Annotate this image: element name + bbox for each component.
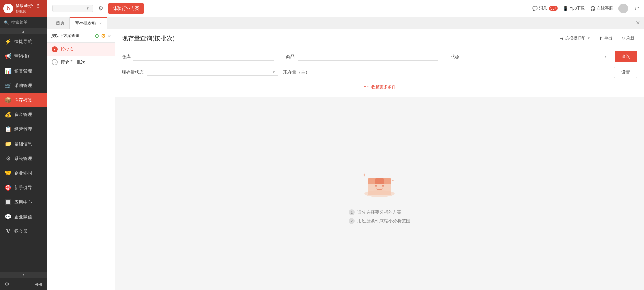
sidebar-item-operation[interactable]: 📋 经营管理 <box>0 122 47 137</box>
username-label[interactable]: Rit <box>633 6 639 11</box>
add-plan-btn[interactable]: ⊕ <box>95 33 99 39</box>
svg-point-5 <box>382 185 384 187</box>
filter-row-2: 现存量状态 ▼ 现存量（主） — 设置 <box>122 67 637 78</box>
plan-item-batch[interactable]: ● 按批次 <box>47 43 115 56</box>
warehouse-input[interactable] <box>133 53 274 61</box>
sidebar-item-finance[interactable]: 💰 资金管理 <box>0 107 47 122</box>
status-label: 状态 <box>451 54 459 60</box>
warehouse-label: 仓库 <box>122 54 131 60</box>
empty-hint-2: 2 用过滤条件来缩小分析范围 <box>349 218 410 224</box>
stock-amount-to-input[interactable] <box>386 68 447 76</box>
app-title-wrap: 畅康通好生意 标准版 <box>16 3 40 14</box>
status-select[interactable]: ▼ <box>462 53 609 60</box>
settings-btn[interactable]: 设置 <box>614 67 637 78</box>
sidebar-item-label: 营销推广 <box>14 53 32 59</box>
export-icon: ⬆ <box>599 36 603 41</box>
right-content: 现存量查询(按批次) 🖨 按模板打印 ▼ ⬆ 导出 ↻ 刷新 <box>115 29 644 290</box>
sidebar-search[interactable]: 🔍 搜索菜单 <box>0 17 47 29</box>
member-icon: V <box>5 228 12 234</box>
tab-inventory-batch[interactable]: 库存批次账 × <box>70 17 107 29</box>
sales-icon: 📊 <box>5 68 12 74</box>
sidebar-item-marketing[interactable]: 📢 营销推广 <box>0 49 47 64</box>
sidebar-header: b 畅康通好生意 标准版 <box>0 0 47 17</box>
plan-item-warehouse-batch[interactable]: ○ 按仓库+批次 <box>47 56 115 69</box>
content: 按以下方案查询 ⊕ ⚙ « ● 按批次 ○ 按仓库+批次 现存量查询(按批次) <box>47 29 644 290</box>
sidebar-item-system[interactable]: ⚙ 系统管理 <box>0 151 47 166</box>
print-label: 按模板打印 <box>565 35 586 41</box>
svg-text:✦: ✦ <box>388 173 390 176</box>
sidebar-item-label: 应用中心 <box>14 199 32 205</box>
topbar-settings-btn[interactable]: ⚙ <box>96 4 105 13</box>
print-dropdown-icon[interactable]: ▼ <box>587 36 590 40</box>
sidebar-item-label: 畅会员 <box>14 228 28 234</box>
filter-field-status: 状态 ▼ <box>451 53 609 60</box>
sidebar-item-enterprise[interactable]: 🤝 企业协同 <box>0 166 47 180</box>
topbar-chevron-icon: ▼ <box>86 6 89 10</box>
message-label: 消息 <box>539 5 547 11</box>
sidebar-item-appcenter[interactable]: 🔲 应用中心 <box>0 195 47 210</box>
sidebar-item-purchase[interactable]: 🛒 采购管理 <box>0 78 47 93</box>
enterprise-icon: 🤝 <box>5 170 12 176</box>
print-btn[interactable]: 🖨 按模板打印 ▼ <box>557 34 593 42</box>
sidebar-item-shortcut[interactable]: ⚡ 快捷导航 <box>0 34 47 49</box>
refresh-btn[interactable]: ↻ 刷新 <box>618 34 637 42</box>
marketing-icon: 📢 <box>5 53 12 59</box>
sidebar-item-inventory[interactable]: 📦 库存核算 <box>0 93 47 107</box>
product-dots[interactable]: ··· <box>441 54 445 59</box>
finance-icon: 💰 <box>5 111 12 118</box>
trial-btn[interactable]: 体验行业方案 <box>108 3 144 14</box>
purchase-icon: 🛒 <box>5 82 12 89</box>
message-btn[interactable]: 💬 消息 99+ <box>532 5 558 11</box>
sidebar-item-label: 基础信息 <box>14 141 32 147</box>
sidebar-item-label: 快捷导航 <box>14 39 32 45</box>
online-service-btn[interactable]: 🎧 在线客服 <box>590 5 613 11</box>
app-version: 标准版 <box>16 9 40 14</box>
warehouse-dots[interactable]: ··· <box>277 54 281 59</box>
sidebar-item-member[interactable]: V 畅会员 <box>0 224 47 238</box>
footer-collapse-btn[interactable]: ◀◀ <box>35 281 42 287</box>
topbar-actions: 💬 消息 99+ 📱 App下载 🎧 在线客服 Rit <box>532 4 639 13</box>
appcenter-icon: 🔲 <box>5 199 12 205</box>
phone-icon: 📱 <box>563 6 568 11</box>
wechat-icon: 💬 <box>5 214 12 220</box>
collapse-row[interactable]: ⌃⌃ 收起更多条件 <box>122 82 637 92</box>
topbar-search-box[interactable]: ▼ <box>52 5 93 12</box>
amount-dash: — <box>376 70 384 75</box>
stock-status-select[interactable]: ▼ <box>147 69 278 76</box>
footer-settings-btn[interactable]: ⚙ <box>5 281 9 287</box>
hint-num-2: 2 <box>349 218 355 224</box>
product-input[interactable] <box>298 53 438 61</box>
collapse-label: 收起更多条件 <box>371 84 396 90</box>
page-actions: 🖨 按模板打印 ▼ ⬆ 导出 ↻ 刷新 <box>557 34 637 42</box>
user-avatar[interactable] <box>618 4 628 13</box>
sidebar-item-label: 系统管理 <box>14 156 32 162</box>
left-panel-header: 按以下方案查询 ⊕ ⚙ « <box>47 29 115 43</box>
plan-settings-btn[interactable]: ⚙ <box>101 33 106 39</box>
export-label: 导出 <box>604 35 612 41</box>
filter-row-1: 仓库 ··· 商品 ··· 状态 ▼ <box>122 51 637 62</box>
query-btn[interactable]: 查询 <box>615 51 637 62</box>
sidebar-item-label: 资金管理 <box>14 112 32 118</box>
panel-collapse-btn[interactable]: « <box>108 33 111 39</box>
tab-home[interactable]: 首页 <box>51 17 70 29</box>
svg-point-4 <box>375 185 377 187</box>
sidebar-item-wechat[interactable]: 💬 企业微信 <box>0 210 47 224</box>
message-icon: 💬 <box>532 6 538 11</box>
svg-rect-3 <box>375 178 384 184</box>
headset-icon: 🎧 <box>590 6 595 11</box>
sidebar-item-basic[interactable]: 📁 基础信息 <box>0 137 47 151</box>
plan-label-batch: 按批次 <box>61 46 74 52</box>
tab-panel-close-btn[interactable]: ✕ <box>635 20 640 26</box>
stock-amount-from-input[interactable] <box>312 68 374 76</box>
sidebar-scroll-down[interactable]: ▼ <box>0 272 47 277</box>
app-download-label: App下载 <box>570 5 585 11</box>
app-download-btn[interactable]: 📱 App下载 <box>563 5 585 11</box>
export-btn[interactable]: ⬆ 导出 <box>596 34 615 42</box>
filter-field-product: 商品 ··· <box>286 53 445 61</box>
operation-icon: 📋 <box>5 126 12 132</box>
sidebar-item-sales[interactable]: 📊 销售管理 <box>0 64 47 78</box>
sidebar-item-label: 销售管理 <box>14 68 32 74</box>
sidebar-item-newuser[interactable]: 🎯 新手引导 <box>0 180 47 195</box>
tab-close-icon[interactable]: × <box>99 21 102 26</box>
sidebar-scroll-up[interactable]: ▲ <box>0 29 47 34</box>
